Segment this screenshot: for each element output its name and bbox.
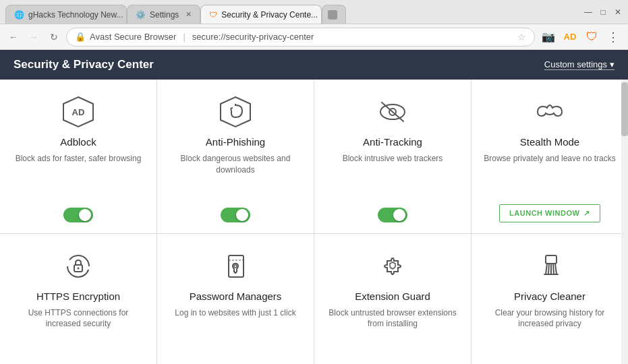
scrollbar[interactable] (621, 80, 628, 364)
toggle-knob (393, 209, 405, 221)
page-title: Security & Privacy Center (13, 58, 154, 71)
svg-line-18 (553, 264, 554, 274)
maximize-button[interactable]: □ (598, 7, 608, 17)
svg-marker-2 (221, 97, 250, 127)
password-name: Password Managers (190, 291, 282, 302)
feature-card-privacy-cleaner[interactable]: Privacy Cleaner Clear your browsing hist… (472, 234, 628, 365)
adblock-icon: AD (59, 93, 97, 131)
feature-card-password[interactable]: Password Managers Log in to websites wit… (157, 234, 314, 365)
stealth-mode-desc: Browse privately and leave no tracks (484, 153, 615, 196)
tab-security[interactable]: 🛡 Security & Privacy Cente... ✕ (200, 5, 322, 24)
lock-icon: 🔒 (75, 32, 86, 42)
toggle-knob (236, 209, 248, 221)
features-grid: AD Adblock Block ads for faster, safer b… (0, 80, 628, 364)
browser-window: 🌐 gHacks Technology New... ✕ ⚙️ Settings… (0, 0, 628, 364)
scrollbar-thumb[interactable] (621, 82, 628, 136)
extension-guard-desc: Block untrusted browser extensions from … (325, 307, 460, 354)
privacy-cleaner-name: Privacy Cleaner (514, 291, 586, 302)
feature-card-extension-guard[interactable]: Extension Guard Block untrusted browser … (314, 234, 471, 365)
svg-line-19 (555, 264, 556, 274)
address-site: Avast Secure Browser (90, 32, 176, 42)
anti-phishing-toggle[interactable]: ✓ (221, 208, 250, 222)
dropdown-arrow-icon: ▾ (610, 59, 615, 69)
toggle-knob (79, 209, 91, 221)
svg-rect-14 (546, 255, 556, 264)
svg-line-15 (546, 264, 547, 274)
https-desc: Use HTTPS connections for increased secu… (11, 307, 146, 354)
menu-icon[interactable]: ⋮ (604, 28, 623, 47)
launch-icon: ↗ (583, 209, 590, 218)
privacy-cleaner-desc: Clear your browsing history for increase… (482, 307, 617, 354)
reload-button[interactable]: ↻ (46, 29, 62, 45)
feature-card-stealth-mode[interactable]: Stealth Mode Browse privately and leave … (472, 80, 628, 233)
anti-tracking-desc: Block intrusive web trackers (343, 153, 443, 200)
feature-card-adblock[interactable]: AD Adblock Block ads for faster, safer b… (0, 80, 156, 233)
tab-favicon-settings: ⚙️ (136, 10, 146, 20)
avast-icon[interactable]: 🛡 (582, 28, 601, 47)
feature-card-anti-tracking[interactable]: Anti-Tracking Block intrusive web tracke… (314, 80, 471, 233)
custom-settings-button[interactable]: Custom settings ▾ (544, 59, 615, 70)
anti-phishing-icon (217, 93, 254, 131)
svg-point-8 (67, 255, 89, 277)
privacy-cleaner-icon (531, 247, 569, 285)
tab-favicon-ghost (328, 10, 337, 20)
password-icon (217, 247, 254, 285)
security-header: Security & Privacy Center Custom setting… (0, 50, 628, 80)
https-icon (59, 247, 97, 285)
tab-ghost[interactable] (322, 5, 346, 24)
svg-point-12 (234, 265, 237, 268)
stealth-mode-launch[interactable]: LAUNCH WINDOW ↗ (499, 204, 600, 222)
svg-rect-11 (229, 255, 244, 277)
custom-settings-label: Custom settings (544, 59, 607, 69)
back-button[interactable]: ← (5, 29, 22, 45)
tab-label-settings: Settings (150, 10, 179, 20)
adblock-desc: Block ads for faster, safer browsing (16, 153, 142, 200)
address-bar[interactable]: 🔒 Avast Secure Browser | secure://securi… (66, 28, 535, 47)
tab-settings[interactable]: ⚙️ Settings ✕ (127, 5, 200, 24)
stealth-mode-icon (531, 93, 569, 131)
extension-guard-icon (374, 247, 411, 285)
https-name: HTTPS Encryption (36, 291, 120, 302)
tab-label-ghacks: gHacks Technology New... (28, 10, 123, 20)
svg-point-10 (78, 267, 80, 269)
minimize-button[interactable]: — (583, 7, 593, 17)
toolbar-icons: 📷 AD 🛡 ⋮ (539, 28, 623, 47)
adblock-toggle[interactable]: ✓ (63, 208, 93, 222)
feature-card-anti-phishing[interactable]: Anti-Phishing Block dangerous websites a… (157, 80, 314, 233)
anti-tracking-icon (374, 93, 411, 131)
feature-card-https[interactable]: HTTPS Encryption Use HTTPS connections f… (0, 234, 156, 365)
addressbar-row: ← → ↻ 🔒 Avast Secure Browser | secure://… (0, 24, 628, 50)
svg-line-7 (382, 102, 403, 121)
titlebar: 🌐 gHacks Technology New... ✕ ⚙️ Settings… (0, 0, 628, 24)
camera-icon[interactable]: 📷 (539, 28, 558, 47)
forward-button[interactable]: → (26, 29, 42, 45)
address-separator: | (183, 32, 185, 42)
launch-window-button[interactable]: LAUNCH WINDOW ↗ (499, 204, 600, 222)
tab-favicon-ghacks: 🌐 (14, 10, 24, 20)
stealth-mode-name: Stealth Mode (520, 136, 579, 148)
password-desc: Log in to websites with just 1 click (175, 307, 295, 354)
tab-favicon-security: 🛡 (209, 10, 217, 20)
close-button[interactable]: ✕ (613, 7, 623, 17)
tabs-bar: 🌐 gHacks Technology New... ✕ ⚙️ Settings… (5, 0, 583, 24)
tab-ghacks[interactable]: 🌐 gHacks Technology New... ✕ (5, 5, 127, 24)
adblock-name: Adblock (60, 136, 96, 148)
extension-guard-name: Extension Guard (355, 291, 430, 302)
anti-tracking-toggle[interactable]: ✓ (378, 208, 407, 222)
tab-label-security: Security & Privacy Cente... (221, 10, 318, 20)
svg-text:AD: AD (72, 107, 85, 117)
anti-phishing-desc: Block dangerous websites and downloads (168, 153, 303, 200)
adblock-toolbar-icon[interactable]: AD (561, 28, 579, 47)
launch-label: LAUNCH WINDOW (509, 209, 579, 217)
anti-tracking-name: Anti-Tracking (363, 136, 422, 148)
anti-phishing-name: Anti-Phishing (206, 136, 265, 148)
star-icon[interactable]: ☆ (517, 32, 526, 42)
tab-close-settings[interactable]: ✕ (185, 10, 192, 19)
svg-line-16 (548, 264, 549, 274)
address-url: secure://security-privacy-center (192, 32, 314, 42)
window-controls: — □ ✕ (583, 7, 623, 17)
